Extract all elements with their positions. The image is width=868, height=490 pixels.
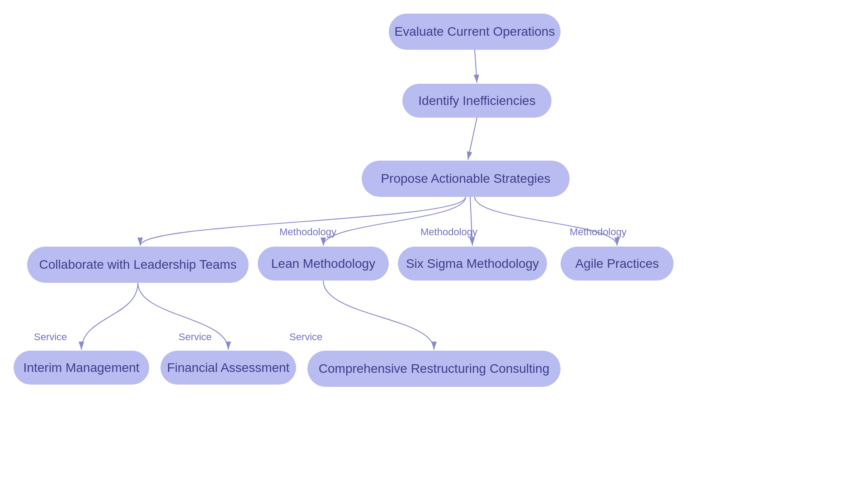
node-collaborate: Collaborate with Leadership Teams (27, 247, 249, 283)
diagram-container: Evaluate Current Operations Identify Ine… (0, 0, 868, 490)
svg-line-2 (470, 197, 472, 246)
edge-label-interim: Service (34, 331, 67, 343)
svg-line-1 (468, 118, 477, 160)
edge-label-comprehensive: Service (289, 331, 322, 343)
node-identify: Identify Inefficiencies (402, 84, 552, 118)
edge-label-agile: Methodology (570, 226, 627, 238)
connections-svg (0, 0, 868, 490)
node-lean: Lean Methodology (258, 247, 389, 281)
edge-label-sixsigma: Methodology (420, 226, 477, 238)
node-comprehensive: Comprehensive Restructuring Consulting (307, 351, 561, 387)
svg-line-0 (475, 50, 477, 83)
node-financial: Financial Assessment (160, 351, 296, 385)
node-evaluate: Evaluate Current Operations (389, 14, 561, 50)
node-interim: Interim Management (14, 351, 149, 385)
node-propose: Propose Actionable Strategies (362, 161, 570, 197)
edge-label-lean: Methodology (279, 226, 336, 238)
node-agile: Agile Practices (561, 247, 674, 281)
edge-label-financial: Service (179, 331, 212, 343)
node-sixsigma: Six Sigma Methodology (398, 247, 547, 281)
